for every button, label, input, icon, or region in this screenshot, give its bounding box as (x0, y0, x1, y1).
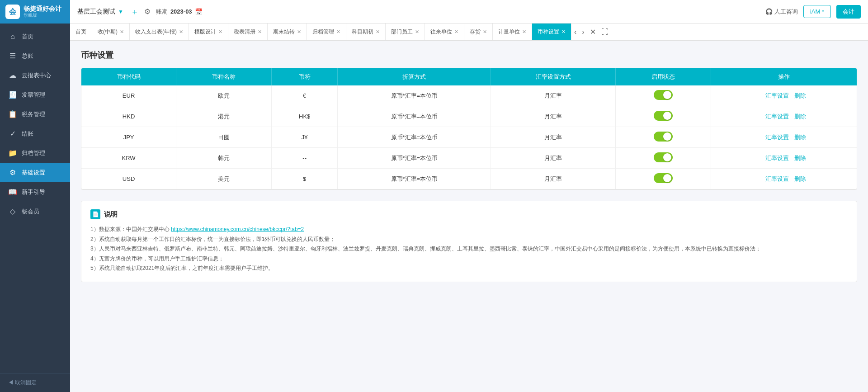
topbar-company: 基层工会测试 ▼ (77, 8, 123, 16)
sidebar-item-home-label: 首页 (22, 33, 33, 41)
toggle-EUR[interactable] (654, 90, 673, 100)
tab-archive-close[interactable]: ✕ (336, 29, 340, 34)
tab-customer-label: 往来单位 (430, 28, 452, 36)
cell-toggle (615, 85, 711, 106)
tab-tax-close[interactable]: ✕ (258, 29, 262, 34)
tab-unit[interactable]: 计量单位 ✕ (493, 24, 532, 41)
sidebar-item-reports-label: 云报表中心 (22, 71, 51, 80)
tab-currency-close[interactable]: ✕ (561, 29, 566, 34)
tab-income[interactable]: 收入支出表(年报) ✕ (130, 24, 189, 41)
notes-icon: 📄 (90, 209, 100, 219)
logo-title: 畅捷通好会计 (24, 5, 61, 13)
cell-symbol: -- (272, 148, 338, 169)
sidebar-nav: ⌂ 首页 ☰ 总账 ☁ 云报表中心 🧾 发票管理 📋 税务管理 ✓ 结账 📁 归… (0, 24, 70, 373)
tab-dept-close[interactable]: ✕ (415, 29, 419, 34)
rate-setting-link-EUR[interactable]: 汇率设置 (765, 92, 789, 99)
tab-dept[interactable]: 部门员工 ✕ (386, 24, 425, 41)
cell-calc: 原币*汇率=本位币 (338, 127, 491, 148)
cell-symbol: HK$ (272, 106, 338, 127)
tab-customer[interactable]: 往来单位 ✕ (425, 24, 464, 41)
tab-close-all[interactable]: ✕ (587, 28, 599, 36)
th-calc: 折算方式 (338, 68, 491, 85)
tab-unit-label: 计量单位 (498, 28, 520, 36)
tab-currency[interactable]: 币种设置 ✕ (532, 24, 571, 41)
sidebar-item-home[interactable]: ⌂ 首页 (0, 27, 70, 46)
home-icon: ⌂ (8, 33, 17, 41)
cell-symbol: J¥ (272, 127, 338, 148)
toggle-HKD[interactable] (654, 111, 673, 121)
notes-list: 1）数据来源：中国外汇交易中心 https://www.chinamoney.c… (90, 225, 848, 274)
company-dropdown-icon[interactable]: ▼ (118, 9, 123, 15)
tab-period-close[interactable]: ✕ (120, 29, 124, 34)
sidebar-item-invoice[interactable]: 🧾 发票管理 (0, 85, 70, 104)
tab-period[interactable]: 收(中期) ✕ (92, 24, 130, 41)
tab-income-close[interactable]: ✕ (179, 29, 183, 34)
sidebar-item-tax[interactable]: 📋 税务管理 (0, 104, 70, 124)
rate-setting-link-JPY[interactable]: 汇率设置 (765, 134, 789, 141)
tab-template-close[interactable]: ✕ (218, 29, 222, 34)
tab-inventory-close[interactable]: ✕ (483, 29, 487, 34)
delete-link-JPY[interactable]: 删除 (794, 134, 806, 141)
help-btn[interactable]: 🎧 人工咨询 (765, 8, 798, 16)
tab-template[interactable]: 模版设计 ✕ (189, 24, 228, 41)
tab-expand[interactable]: ⛶ (599, 28, 611, 36)
tab-unit-close[interactable]: ✕ (522, 29, 526, 34)
toggle-KRW[interactable] (654, 152, 673, 162)
calendar-icon[interactable]: 📅 (195, 8, 203, 15)
delete-link-KRW[interactable]: 删除 (794, 155, 806, 161)
sidebar-item-guide[interactable]: 📖 新手引导 (0, 182, 70, 202)
tab-inventory[interactable]: 存货 ✕ (464, 24, 493, 41)
toggle-USD[interactable] (654, 173, 673, 183)
content-header: 币种设置 新增币种 (81, 50, 857, 61)
ledger-icon: ☰ (8, 52, 17, 60)
tab-nav-next[interactable]: › (579, 28, 587, 36)
logo-icon: 会 (5, 5, 20, 19)
cell-toggle (615, 148, 711, 169)
tab-period-end[interactable]: 期末结转 ✕ (268, 24, 307, 41)
cell-rate-type: 月汇率 (491, 169, 615, 189)
cell-code: KRW (81, 148, 176, 169)
cell-symbol: $ (272, 169, 338, 189)
iam-btn[interactable]: iAM * (803, 5, 831, 18)
rate-setting-link-USD[interactable]: 汇率设置 (765, 175, 789, 182)
tab-home[interactable]: 首页 (70, 24, 92, 41)
company-settings-icon[interactable]: ⚙ (144, 7, 151, 16)
tab-period-end-close[interactable]: ✕ (297, 29, 301, 34)
add-company-btn[interactable]: ＋ (131, 6, 139, 17)
guide-icon: 📖 (8, 188, 17, 196)
tab-account-init[interactable]: 科目期初 ✕ (346, 24, 386, 41)
tab-customer-close[interactable]: ✕ (454, 29, 458, 34)
th-rate-type: 汇率设置方式 (491, 68, 615, 85)
cell-rate-type: 月汇率 (491, 148, 615, 169)
sidebar-item-tax-label: 税务管理 (22, 110, 45, 118)
delete-link-USD[interactable]: 删除 (794, 175, 806, 182)
rate-setting-link-HKD[interactable]: 汇率设置 (765, 113, 789, 120)
notes-section: 📄 说明 1）数据来源：中国外汇交易中心 https://www.chinamo… (81, 201, 857, 282)
user-role-btn[interactable]: 会计 (836, 5, 861, 19)
tab-account-init-close[interactable]: ✕ (376, 29, 380, 34)
notes-link[interactable]: https://www.chinamoney.com.cn/chinese/bk… (171, 226, 304, 232)
th-enabled: 启用状态 (615, 68, 711, 85)
sidebar-item-member[interactable]: ◇ 畅会员 (0, 202, 70, 221)
tab-archive[interactable]: 归档管理 ✕ (307, 24, 346, 41)
delete-link-HKD[interactable]: 删除 (794, 113, 806, 120)
delete-link-EUR[interactable]: 删除 (794, 92, 806, 99)
rate-setting-link-KRW[interactable]: 汇率设置 (765, 155, 789, 161)
sidebar-item-ledger[interactable]: ☰ 总账 (0, 46, 70, 66)
table-body: EUR 欧元 € 原币*汇率=本位币 月汇率 汇率设置 删除 HKD 港元 HK… (81, 85, 857, 189)
cell-calc: 原币*汇率=本位币 (338, 148, 491, 169)
tab-nav-prev[interactable]: ‹ (571, 28, 579, 36)
settings-icon: ⚙ (8, 168, 17, 177)
notes-title: 📄 说明 (90, 209, 848, 219)
tab-account-init-label: 科目期初 (352, 28, 373, 36)
sidebar-item-archive[interactable]: 📁 归档管理 (0, 143, 70, 163)
tab-tax[interactable]: 税表清册 ✕ (228, 24, 268, 41)
invoice-icon: 🧾 (8, 90, 17, 99)
toggle-JPY[interactable] (654, 132, 673, 142)
sidebar-item-checkout[interactable]: ✓ 结账 (0, 124, 70, 143)
sidebar-item-guide-label: 新手引导 (22, 188, 45, 196)
sidebar-collapse-btn[interactable]: ◀ 取消固定 (0, 373, 70, 392)
cell-code: USD (81, 169, 176, 189)
sidebar-item-reports[interactable]: ☁ 云报表中心 (0, 66, 70, 85)
sidebar-item-settings[interactable]: ⚙ 基础设置 (0, 163, 70, 182)
